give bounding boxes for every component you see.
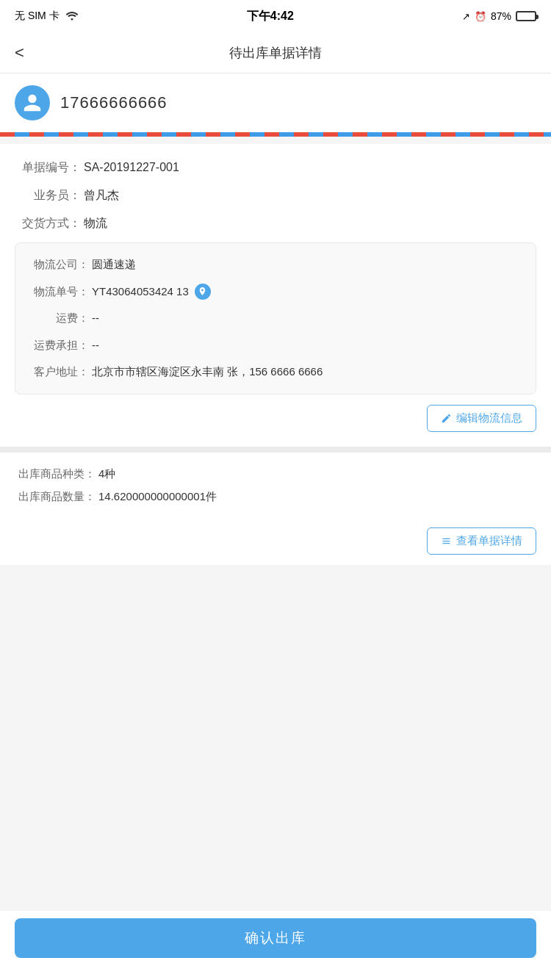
address-row: 客户地址： 北京市市辖区海淀区永丰南 张，156 6666 6666 <box>29 364 522 381</box>
sales-person-row: 业务员： 曾凡杰 <box>15 187 536 204</box>
status-right: ↗ ⏰ 87% <box>462 10 536 22</box>
product-section: 出库商品种类： 4种 出库商品数量： 14.620000000000001件 查… <box>0 453 551 565</box>
delivery-method-value: 物流 <box>81 215 536 232</box>
logistics-tracking-label: 物流单号： <box>29 284 89 300</box>
sales-person-label: 业务员： <box>15 187 81 204</box>
confirm-outbound-button[interactable]: 确认出库 <box>15 918 536 958</box>
edit-logistics-button[interactable]: 编辑物流信息 <box>427 405 536 432</box>
order-number-value: SA-20191227-001 <box>81 159 536 176</box>
confirm-btn-container: 确认出库 <box>0 911 551 980</box>
logistics-tracking-value: YT43064053424 13 <box>89 284 522 300</box>
location-status-icon: ↗ <box>462 11 470 22</box>
battery-icon <box>516 11 536 21</box>
order-info-section: 单据编号： SA-20191227-001 业务员： 曾凡杰 交货方式： 物流 … <box>0 144 551 447</box>
customer-phone: 17666666666 <box>60 93 168 112</box>
logistics-company-value: 圆通速递 <box>89 256 522 273</box>
delivery-method-row: 交货方式： 物流 <box>15 215 536 232</box>
freight-label: 运费： <box>29 310 89 327</box>
status-left: 无 SIM 卡 <box>15 10 79 23</box>
logistics-tracking-row: 物流单号： YT43064053424 13 <box>29 284 522 300</box>
order-number-label: 单据编号： <box>15 159 81 176</box>
nav-bar: < 待出库单据详情 <box>0 32 551 73</box>
bottom-area <box>0 565 551 712</box>
alarm-icon: ⏰ <box>475 11 486 22</box>
product-quantity-label: 出库商品数量： <box>15 490 96 504</box>
product-types-label: 出库商品种类： <box>15 467 96 481</box>
status-bar: 无 SIM 卡 下午4:42 ↗ ⏰ 87% <box>0 0 551 32</box>
view-detail-button[interactable]: 查看单据详情 <box>427 527 536 555</box>
freight-bearer-label: 运费承担： <box>29 337 89 354</box>
section-divider <box>0 447 551 453</box>
page-title: 待出库单据详情 <box>229 44 322 62</box>
product-quantity-row: 出库商品数量： 14.620000000000001件 <box>15 490 536 504</box>
status-time: 下午4:42 <box>247 9 294 24</box>
product-types-row: 出库商品种类： 4种 <box>15 467 536 481</box>
tracking-location-icon[interactable] <box>195 284 211 300</box>
freight-row: 运费： -- <box>29 310 522 327</box>
delivery-method-label: 交货方式： <box>15 215 81 232</box>
logistics-company-label: 物流公司： <box>29 256 89 273</box>
product-types-value: 4种 <box>96 467 536 481</box>
carrier-text: 无 SIM 卡 <box>15 10 60 23</box>
logistics-company-row: 物流公司： 圆通速递 <box>29 256 522 273</box>
product-quantity-value: 14.620000000000001件 <box>96 490 536 504</box>
decorative-border <box>0 132 551 137</box>
freight-value: -- <box>89 310 522 327</box>
sales-person-value: 曾凡杰 <box>81 187 536 204</box>
order-number-row: 单据编号： SA-20191227-001 <box>15 159 536 176</box>
customer-header: 17666666666 <box>0 73 551 132</box>
freight-bearer-row: 运费承担： -- <box>29 337 522 354</box>
avatar <box>15 85 50 120</box>
wifi-icon <box>65 10 79 23</box>
back-button[interactable]: < <box>9 37 30 68</box>
battery-percent: 87% <box>491 10 511 22</box>
logistics-card: 物流公司： 圆通速递 物流单号： YT43064053424 13 运费： --… <box>15 242 536 394</box>
edit-btn-row: 编辑物流信息 <box>15 394 536 432</box>
address-label: 客户地址： <box>29 364 89 381</box>
address-value: 北京市市辖区海淀区永丰南 张，156 6666 6666 <box>89 364 522 381</box>
freight-bearer-value: -- <box>89 337 522 354</box>
